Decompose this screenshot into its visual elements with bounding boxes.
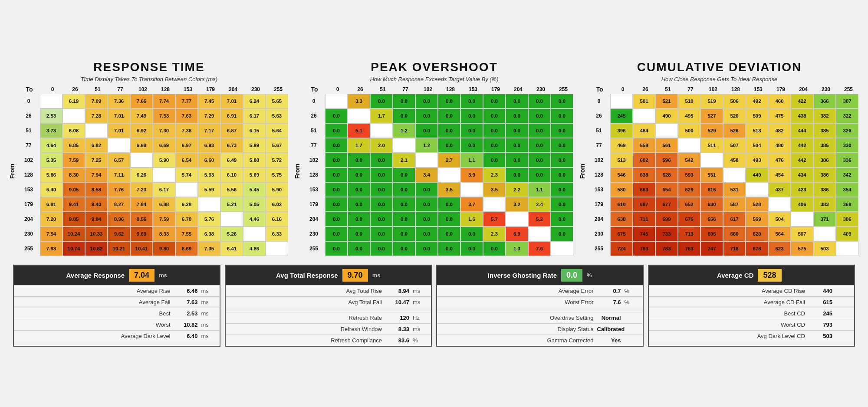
matrix-cell: 6.40 [40,182,62,197]
peak-overshoot-section: PEAK OVERSHOOT How Much Response Exceeds… [294,60,575,256]
stats-row-value: 83.6 [385,337,409,344]
stats-row-value: 120 [385,315,409,321]
stats-row: Average Dark Level6.40ms [14,330,220,341]
matrix-cell: 9.85 [62,212,85,226]
matrix-cell: 7.35 [198,241,220,256]
stats-row: Average Rise6.46ms [14,285,220,296]
stats-row-label: Worst Error [442,299,594,305]
matrix-cell: 0.0 [325,182,348,197]
matrix-cell: 2.1 [393,153,415,167]
matrix-cell: 7.63 [175,108,198,123]
matrix-cell: 0.0 [393,212,415,226]
stats-tr-header-label: Avg Total Response [276,272,338,279]
from-text-cd: From [579,164,586,179]
matrix-cell: 0.0 [370,167,393,182]
matrix-cell: 593 [678,167,700,182]
matrix-cell: 2.2 [506,182,528,197]
matrix-cell: 654 [655,182,678,197]
stats-row-value: 6.46 [174,288,198,294]
matrix-row: 770.01.72.01.20.00.00.00.00.00.0 [302,138,575,153]
row-header: 179 [17,201,40,207]
stats-rt-header: Average Response 7.04 ms [14,266,220,285]
matrix-cell: 0.0 [325,197,348,212]
stats-row-unit: % [625,288,638,294]
matrix-cell: 513 [746,123,768,138]
matrix-cell: 8.96 [108,212,130,226]
matrix-cell: 8.30 [62,167,85,182]
matrix-cell: 9.80 [153,241,175,256]
matrix-cell: 0.0 [551,182,573,197]
matrix-cell: 509 [746,108,768,123]
stats-cd-header-value: 528 [758,269,781,282]
row-header: 26 [302,113,325,119]
matrix-cell: 0.0 [551,108,573,123]
matrix-cell: 1.2 [415,138,438,153]
stats-ig-header-value: 0.0 [561,269,582,282]
matrix-inner-rt: To026517710212815317920423025506.197.097… [17,86,289,256]
matrix-cell: 527 [700,108,723,123]
matrix-cell: 10.74 [62,241,85,256]
col-header: 26 [634,86,657,92]
matrix-cell: 7.29 [198,108,220,123]
peak-overshoot-subtitle: How Much Response Exceeds Target Value B… [370,76,498,82]
matrix-cell: 587 [723,197,746,212]
stats-row-value: 6.40 [174,333,198,339]
matrix-cell: 4.86 [243,241,266,256]
matrix-cell: 342 [836,167,858,182]
matrix-cell: 409 [836,226,858,241]
matrix-inner-po: To026517710212815317920423025503.30.00.0… [302,86,575,256]
matrix-cell [528,226,551,241]
matrix-cell: 783 [655,241,678,256]
matrix-cell: 5.72 [266,153,288,167]
matrix-cell: 366 [813,94,836,108]
row-header: 179 [588,201,610,207]
stats-ig-rows: Average Error0.7%Worst Error7.6%Overdriv… [437,285,643,346]
matrix-cell: 0.0 [370,226,393,241]
matrix-cell [506,212,528,226]
matrix-cell: 0.0 [460,123,483,138]
matrix-cell: 322 [836,108,858,123]
matrix-cell [723,167,746,182]
stats-row-value: 7.6 [597,299,621,305]
stats-cd: Average CD 528 Average CD Rise440Average… [648,265,855,347]
matrix-cell: 6.24 [243,94,266,108]
matrix-row: 1025.357.597.256.575.906.546.606.495.885… [17,153,289,167]
col-header: 153 [747,86,769,92]
matrix-cell: 7.09 [85,94,108,108]
matrix-row: 128546638628593551449454434386342 [588,167,860,182]
matrix-cell: 0.0 [460,94,483,108]
col-header: 204 [507,86,529,92]
matrix-row: 1796.819.419.408.277.846.886.285.215.056… [17,197,289,212]
stats-row: Average Fall7.63ms [14,296,220,308]
col-header: 255 [552,86,575,92]
matrix-row: 51396484500529526513482444385326 [588,123,860,138]
matrix-cell: 0.0 [393,197,415,212]
matrix-cell [348,108,370,123]
col-header: 51 [86,86,109,92]
matrix-cell: 0.0 [438,241,460,256]
row-header: 204 [302,216,325,222]
matrix-cell: 0.0 [460,138,483,153]
matrix-cell: 0.0 [483,153,506,167]
matrix-row: 2557.9310.7410.8210.2110.419.808.697.356… [17,241,289,256]
matrix-cell: 2.4 [528,197,551,212]
matrix-cell: 5.05 [243,197,266,212]
matrix-row: 255724793783763747718678623575503 [588,241,860,256]
matrix-cell: 677 [655,197,678,212]
col-header: 255 [267,86,289,92]
matrix-cell: 6.68 [130,138,153,153]
from-text-po: From [294,164,301,179]
response-time-title: RESPONSE TIME [93,60,204,74]
matrix-cell: 507 [791,226,813,241]
matrix-cell: 793 [633,241,655,256]
matrix-cell: 546 [610,167,633,182]
col-header: 179 [199,86,222,92]
matrix-cell: 326 [836,123,858,138]
stats-row-unit: ms [201,322,214,328]
col-header: 230 [244,86,267,92]
matrix-cell: 444 [791,123,813,138]
matrix-cell: 385 [813,123,836,138]
matrix-cell: 5.69 [243,167,266,182]
matrix-cell: 396 [610,123,633,138]
stats-inverse-ghosting: Inverse Ghosting Rate 0.0 % Average Erro… [436,265,644,347]
